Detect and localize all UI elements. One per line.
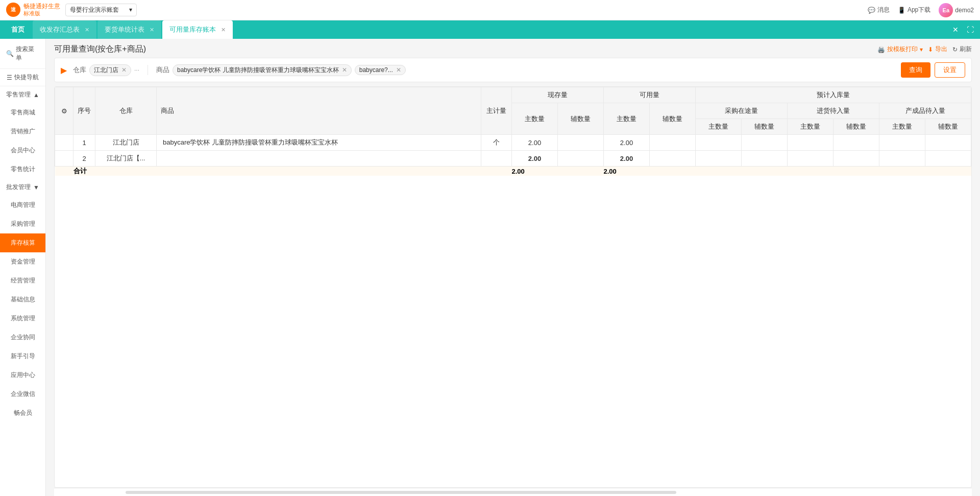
row1-warehouse: 江北门店: [95, 135, 157, 151]
wholesale-mgmt-arrow: ▼: [33, 184, 39, 191]
row2-available-main: 2.00: [604, 151, 650, 167]
inventory-check-label: 库存核算: [11, 239, 35, 247]
row1-available-main: 2.00: [604, 135, 650, 151]
tab-available-inventory[interactable]: 可用量库存账本 ✕: [162, 20, 233, 39]
setting-btn[interactable]: 设置: [935, 62, 965, 78]
product-tag-1[interactable]: babycare学饮杯 儿童防摔防撞吸管杯重力球吸嘴杯宝宝水杯 ✕: [173, 64, 352, 76]
sidebar-item-purchase-mgmt[interactable]: 采购管理: [0, 215, 45, 233]
row1-purchase-main: [696, 135, 742, 151]
retail-mgmt-label: 零售管理: [6, 90, 31, 99]
total-purchase-aux: [742, 167, 788, 176]
search-menu-btn[interactable]: 🔍 搜索菜单: [4, 43, 41, 64]
row1-settings: [55, 135, 74, 151]
row2-available-aux: [650, 151, 696, 167]
total-label: 合计: [74, 167, 512, 176]
brand-logo: 速: [6, 3, 20, 17]
row2-products-main: [879, 151, 925, 167]
sidebar-item-retail-mall[interactable]: 零售商城: [0, 103, 45, 122]
close-all-btn[interactable]: ✕: [950, 23, 961, 36]
row2-purchase-main: [696, 151, 742, 167]
page-header: 可用量查询(按仓库+商品) 🖨️ 按模板打印 ▾ ⬇ 导出 ↻ 刷新: [46, 39, 980, 58]
tab-order-stats-close[interactable]: ✕: [150, 27, 154, 33]
sidebar-item-system-mgmt[interactable]: 系统管理: [0, 309, 45, 328]
sidebar-item-enterprise-wechat[interactable]: 企业微信: [0, 385, 45, 404]
content-area: 可用量查询(按仓库+商品) 🖨️ 按模板打印 ▾ ⬇ 导出 ↻ 刷新 ▶: [46, 39, 980, 496]
search-label: 搜索菜单: [16, 45, 39, 62]
purchase-transit-header: 采购在途量: [696, 103, 788, 119]
sidebar-search-section: 🔍 搜索菜单: [0, 39, 45, 69]
row1-purchase-aux: [742, 135, 788, 151]
total-products-aux: [925, 167, 971, 176]
current-aux-header: 辅数量: [558, 103, 604, 135]
table-footer: [54, 488, 972, 496]
total-row: 合计 2.00 2.00: [55, 167, 971, 176]
sidebar-item-operations-mgmt[interactable]: 经营管理: [0, 271, 45, 290]
row1-inbound-main: [788, 135, 834, 151]
wholesale-mgmt-label: 批发管理: [6, 183, 31, 192]
edition-badge: 标准版: [23, 10, 60, 17]
row2-product: [157, 151, 481, 167]
query-btn[interactable]: 查询: [901, 62, 930, 78]
refresh-btn[interactable]: ↻ 刷新: [952, 45, 972, 54]
total-available-main: 2.00: [604, 167, 650, 176]
user-profile[interactable]: Ea demo2: [939, 3, 974, 17]
warehouse-filter-label: 仓库: [73, 65, 86, 75]
product-filter: 商品 babycare学饮杯 儿童防摔防撞吸管杯重力球吸嘴杯宝宝水杯 ✕ bab…: [156, 64, 406, 76]
total-settings: [55, 167, 74, 176]
sidebar-item-ecommerce-mgmt[interactable]: 电商管理: [0, 196, 45, 215]
sidebar-item-member-center[interactable]: 会员中心: [0, 141, 45, 160]
inbound-main-header: 主数量: [788, 119, 834, 135]
product-tag-2[interactable]: babycare?... ✕: [355, 65, 406, 75]
product-tag-1-remove[interactable]: ✕: [342, 66, 347, 74]
quick-nav-btn[interactable]: ☰ 快捷导航: [0, 69, 45, 86]
warehouse-filter: 仓库 江北门店 ✕ ···: [73, 64, 139, 76]
industry-selector[interactable]: 母婴行业演示账套 ▾: [65, 4, 137, 16]
products-pending-header: 产成品待入量: [879, 103, 971, 119]
product-tag-1-label: babycare学饮杯 儿童防摔防撞吸管杯重力球吸嘴杯宝宝水杯: [177, 66, 339, 75]
settings-col-header[interactable]: ⚙: [55, 87, 74, 135]
message-btn[interactable]: 💬 消息: [868, 6, 890, 14]
row2-current-aux: [558, 151, 604, 167]
sidebar-item-inventory-check[interactable]: 库存核算: [0, 233, 45, 252]
tab-available-inventory-close[interactable]: ✕: [221, 27, 226, 33]
expand-btn[interactable]: ⛶: [965, 23, 976, 36]
row2-inbound-aux: [834, 151, 879, 167]
filter-toggle-btn[interactable]: ▶: [61, 65, 67, 75]
table-container[interactable]: ⚙ 序号 仓库 商品 主计量 现存量 可用量 预计入库量 主数量 辅数量 主数量: [54, 86, 972, 488]
product-col-header: 商品: [157, 87, 481, 135]
warehouse-more-btn[interactable]: ···: [134, 66, 139, 74]
main-layout: 🔍 搜索菜单 ☰ 快捷导航 零售管理 ▲ 零售商城 营销推广 会员中心 零售统计…: [0, 39, 980, 496]
sidebar-item-base-info[interactable]: 基础信息: [0, 290, 45, 309]
sidebar-item-marketing[interactable]: 营销推广: [0, 122, 45, 141]
sidebar-item-retail-mgmt[interactable]: 零售管理 ▲: [0, 86, 45, 103]
sidebar-item-new-guide[interactable]: 新手引导: [0, 347, 45, 366]
top-bar-right: 💬 消息 📱 App下载 Ea demo2: [868, 3, 974, 17]
horizontal-scrollbar[interactable]: [126, 491, 676, 494]
inbound-pending-header: 进货待入量: [788, 103, 879, 119]
tab-receive-summary[interactable]: 收发存汇总表 ✕: [33, 20, 96, 39]
sidebar-item-wholesale-mgmt[interactable]: 批发管理 ▼: [0, 179, 45, 196]
warehouse-tag-jiangbei[interactable]: 江北门店 ✕: [89, 64, 131, 76]
template-print-btn[interactable]: 🖨️ 按模板打印 ▾: [877, 45, 923, 54]
export-label: 导出: [935, 45, 947, 54]
available-main-header: 主数量: [604, 103, 650, 135]
product-tag-2-remove[interactable]: ✕: [396, 66, 401, 74]
row2-unit: [481, 151, 512, 167]
sidebar-item-enterprise-collab[interactable]: 企业协同: [0, 328, 45, 347]
tab-receive-summary-close[interactable]: ✕: [85, 27, 89, 33]
no-col-header: 序号: [74, 87, 95, 135]
tab-spacer: [234, 20, 949, 39]
sidebar-item-finance-mgmt[interactable]: 资金管理: [0, 252, 45, 271]
mobile-icon: 📱: [898, 7, 905, 14]
warehouse-tag-remove[interactable]: ✕: [121, 66, 127, 74]
app-download-btn[interactable]: 📱 App下载: [898, 6, 930, 14]
sidebar-item-retail-stats[interactable]: 零售统计: [0, 160, 45, 179]
sidebar-item-vip-member[interactable]: 畅会员: [0, 404, 45, 422]
export-btn[interactable]: ⬇ 导出: [928, 45, 947, 54]
tab-order-stats[interactable]: 要货单统计表 ✕: [97, 20, 161, 39]
total-current-main: 2.00: [512, 167, 558, 176]
sidebar-item-app-center[interactable]: 应用中心: [0, 366, 45, 385]
row2-purchase-aux: [742, 151, 788, 167]
row2-products-aux: [925, 151, 971, 167]
tab-home[interactable]: 首页: [4, 20, 32, 39]
